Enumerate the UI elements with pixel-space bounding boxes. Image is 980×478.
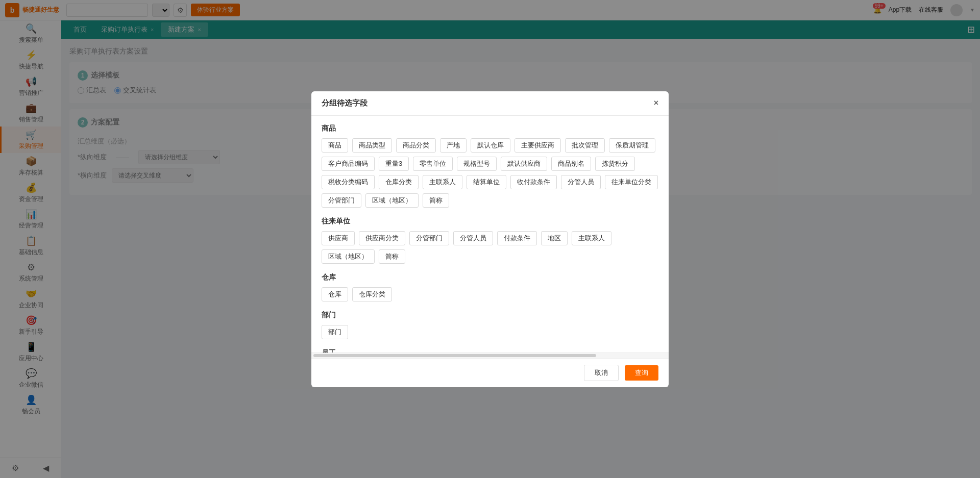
tag-warehouse-category[interactable]: 仓库分类 [379,175,419,189]
section-employee-title: 员工 [322,348,658,353]
tag-main-supplier[interactable]: 主要供应商 [514,138,561,153]
tag-region2[interactable]: 区域（地区） [322,249,375,264]
tag-pick-points[interactable]: 拣货积分 [595,157,635,171]
modal-confirm-button[interactable]: 查询 [625,365,658,381]
tag-settlement-unit[interactable]: 结算单位 [467,175,506,189]
tag-main-contact2[interactable]: 主联系人 [572,231,611,245]
tag-counterpart-category[interactable]: 往来单位分类 [605,175,658,189]
tag-retail-unit[interactable]: 零售单位 [413,157,453,171]
tag-product-type[interactable]: 商品类型 [352,138,392,153]
section-employee: 员工 业务员 [322,348,658,353]
tag-tax-code[interactable]: 税收分类编码 [322,175,375,189]
tag-short-name2[interactable]: 简称 [379,249,405,264]
section-department-title: 部门 [322,311,658,320]
modal-title: 分组待选字段 [322,98,368,108]
section-warehouse-tags: 仓库 仓库分类 [322,287,658,301]
section-counterpart-title: 往来单位 [322,217,658,226]
section-warehouse: 仓库 仓库 仓库分类 [322,273,658,301]
tag-weight3[interactable]: 重量3 [379,157,409,171]
modal-footer: 取消 查询 [311,359,669,387]
tag-customer-product-code[interactable]: 客户商品编码 [322,157,375,171]
modal-header: 分组待选字段 × [311,91,669,116]
section-counterpart-tags: 供应商 供应商分类 分管部门 分管人员 付款条件 地区 主联系人 区域（地区） … [322,231,658,264]
tag-payment-cond[interactable]: 付款条件 [497,231,537,245]
tag-product-category[interactable]: 商品分类 [396,138,436,153]
tag-warehouse[interactable]: 仓库 [322,287,348,301]
modal-cancel-button[interactable]: 取消 [584,365,619,381]
section-product-tags: 商品 商品类型 商品分类 产地 默认仓库 主要供应商 批次管理 保质期管理 客户… [322,138,658,208]
tag-product[interactable]: 商品 [322,138,348,153]
modal-body: 商品 商品 商品类型 商品分类 产地 默认仓库 主要供应商 批次管理 保质期管理… [311,116,669,353]
section-warehouse-title: 仓库 [322,273,658,282]
modal-dialog: 分组待选字段 × 商品 商品 商品类型 商品分类 产地 默认仓库 主要供应商 批… [311,91,669,387]
tag-main-contact[interactable]: 主联系人 [423,175,462,189]
tag-spec-model[interactable]: 规格型号 [457,157,497,171]
tag-expiry-mgmt[interactable]: 保质期管理 [609,138,655,153]
tag-area[interactable]: 地区 [541,231,568,245]
section-department: 部门 部门 [322,311,658,339]
tag-batch-mgmt[interactable]: 批次管理 [565,138,605,153]
tag-region[interactable]: 区域（地区） [365,193,419,208]
tag-supplier-category[interactable]: 供应商分类 [359,231,405,245]
tag-person[interactable]: 分管人员 [453,231,493,245]
tag-default-supplier[interactable]: 默认供应商 [501,157,547,171]
modal-horizontal-scrollbar[interactable] [311,353,669,359]
tag-product-alias[interactable]: 商品别名 [551,157,591,171]
tag-admin-dept[interactable]: 分管部门 [322,193,361,208]
modal-overlay: 分组待选字段 × 商品 商品 商品类型 商品分类 产地 默认仓库 主要供应商 批… [0,0,980,478]
section-counterpart: 往来单位 供应商 供应商分类 分管部门 分管人员 付款条件 地区 主联系人 区域… [322,217,658,264]
tag-admin-person[interactable]: 分管人员 [561,175,601,189]
tag-payment-terms[interactable]: 收付款条件 [510,175,557,189]
tag-origin[interactable]: 产地 [440,138,467,153]
tag-supplier[interactable]: 供应商 [322,231,355,245]
tag-warehouse-type[interactable]: 仓库分类 [352,287,392,301]
tag-department[interactable]: 部门 [322,325,348,339]
tag-default-warehouse[interactable]: 默认仓库 [471,138,510,153]
modal-close-button[interactable]: × [654,98,658,108]
section-product: 商品 商品 商品类型 商品分类 产地 默认仓库 主要供应商 批次管理 保质期管理… [322,124,658,208]
tag-short-name[interactable]: 简称 [423,193,449,208]
section-product-title: 商品 [322,124,658,133]
tag-dept[interactable]: 分管部门 [409,231,449,245]
section-department-tags: 部门 [322,325,658,339]
